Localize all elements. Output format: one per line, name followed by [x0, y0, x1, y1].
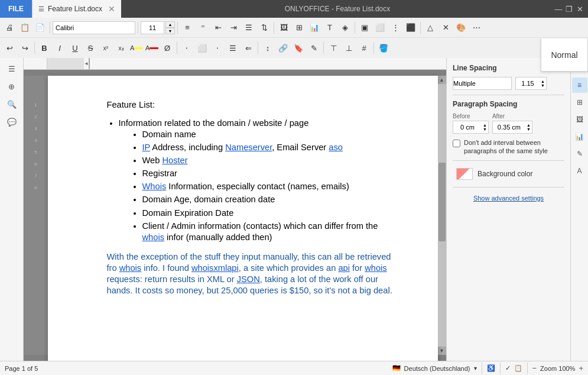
zoom-out-button[interactable]: − — [532, 364, 537, 373]
shapes-button[interactable]: △ — [423, 21, 437, 35]
after-up-btn[interactable]: ▲ — [525, 123, 532, 127]
text-art-icon-btn[interactable]: A — [572, 163, 587, 179]
underline-button[interactable]: U — [68, 41, 82, 55]
font-size-down-button[interactable]: ▼ — [165, 28, 175, 34]
vertical-scrollbar[interactable]: ▲ ▼ — [438, 76, 446, 355]
columns-button[interactable]: ⋮ — [388, 21, 402, 35]
page-break-button[interactable]: ⬛ — [404, 21, 418, 35]
background-color-button[interactable]: Background color — [453, 166, 564, 182]
subscript-button[interactable]: x₂ — [114, 41, 128, 55]
edit-header-button[interactable]: ⊤ — [326, 41, 340, 55]
after-down-btn[interactable]: ▼ — [525, 127, 532, 131]
multilist-button[interactable]: ☰ — [242, 21, 256, 35]
no-interval-checkbox[interactable] — [453, 140, 460, 147]
whois-link2[interactable]: whois — [142, 232, 164, 242]
edit-footer-button[interactable]: ⊥ — [342, 41, 356, 55]
table-settings-icon-btn[interactable]: ⊞ — [572, 95, 587, 110]
paint-bucket-button[interactable]: 🪣 — [376, 41, 391, 55]
insert-textbox-button[interactable]: T — [323, 21, 337, 35]
sidebar-search-btn[interactable]: 🔍 — [3, 96, 21, 112]
api-link[interactable]: api — [338, 263, 350, 273]
copy-style-button[interactable]: 📋 — [18, 21, 32, 35]
undo-button[interactable]: ↩ — [2, 41, 17, 55]
sort-button[interactable]: ⇅ — [257, 21, 271, 35]
more-button[interactable]: ⋯ — [469, 21, 483, 35]
bookmark-button[interactable]: 🔖 — [291, 41, 306, 55]
track-changes-button[interactable]: ✎ — [307, 41, 321, 55]
chart-icon-btn[interactable]: 📊 — [572, 129, 587, 144]
align-justify-button[interactable]: ☰ — [226, 41, 240, 55]
track-changes-status-button[interactable]: ✓ — [505, 364, 511, 372]
file-tab[interactable]: FILE — [0, 0, 32, 18]
whois-link1[interactable]: Whois — [142, 182, 167, 191]
color-schemes-button[interactable]: 🎨 — [454, 21, 468, 35]
sidebar-file-btn[interactable]: ☰ — [3, 60, 21, 77]
hyperlink-button[interactable]: 🔗 — [276, 41, 290, 55]
before-up-btn[interactable]: ▲ — [482, 123, 488, 127]
show-advanced-settings-link[interactable]: Show advanced settings — [453, 192, 564, 204]
font-size-up-button[interactable]: ▲ — [165, 21, 175, 28]
whoisxmlapi-link[interactable]: whoisxmlapi — [191, 263, 239, 273]
highlight-color-button[interactable]: A — [129, 41, 144, 55]
after-spacing-input[interactable] — [493, 121, 525, 133]
paste-button[interactable]: 📄 — [33, 21, 47, 35]
minimize-button[interactable]: — — [554, 4, 563, 14]
line-spacing-up-btn[interactable]: ▲ — [540, 79, 546, 83]
nameserver-link[interactable]: Nameserver — [225, 143, 272, 152]
doc-tab[interactable]: ☰ Feature List.docx ✕ — [32, 0, 121, 18]
superscript-button[interactable]: x² — [99, 41, 113, 55]
orientation-button[interactable]: ⬜ — [373, 21, 387, 35]
font-name-select[interactable]: Calibri — [53, 21, 135, 34]
page-area[interactable]: 12345678 Feature List: Information relat… — [24, 70, 446, 361]
line-spacing-down-btn[interactable]: ▼ — [540, 83, 546, 88]
signature-icon-btn[interactable]: ✎ — [572, 146, 587, 161]
margins-button[interactable]: ▣ — [358, 21, 372, 35]
line-spacing-button[interactable]: ↕ — [261, 41, 275, 55]
clear-format-button[interactable]: ✕ — [438, 21, 453, 35]
aso-link[interactable]: aso — [329, 143, 343, 152]
align-left-button[interactable]: ⬝ — [180, 41, 194, 55]
before-spacing-input[interactable] — [453, 121, 482, 133]
line-spacing-type-select[interactable]: Multiple — [453, 77, 512, 90]
hoster-link[interactable]: Hoster — [162, 156, 187, 165]
insert-table-button[interactable]: ⊞ — [292, 21, 306, 35]
json-link[interactable]: JSON — [237, 274, 260, 284]
close-button[interactable]: ✕ — [575, 4, 584, 14]
sidebar-location-btn[interactable]: ⊕ — [3, 78, 21, 95]
paragraph-panel-icon-btn[interactable]: ≡ — [572, 77, 587, 93]
strikethrough-button[interactable]: S — [83, 41, 98, 55]
whois-inline-link2[interactable]: whois — [365, 263, 386, 273]
line-spacing-value-input[interactable]: 1.15 — [516, 77, 540, 89]
language-label[interactable]: Deutsch (Deutschland) — [404, 365, 470, 372]
bold-button[interactable]: B — [37, 41, 51, 55]
language-dropdown-icon[interactable]: ▾ — [474, 365, 477, 371]
restore-button[interactable]: ❐ — [564, 4, 574, 14]
list-ordered-button[interactable]: ⁼ — [196, 21, 210, 35]
before-down-btn[interactable]: ▼ — [482, 127, 488, 131]
page-number-button[interactable]: # — [357, 41, 371, 55]
redo-button[interactable]: ↪ — [18, 41, 32, 55]
insert-smartart-button[interactable]: ◈ — [338, 21, 352, 35]
zoom-in-button[interactable]: + — [579, 364, 583, 373]
font-color-button[interactable]: A — [145, 41, 159, 55]
normal-style-badge[interactable]: Normal — [541, 38, 588, 72]
align-right-button[interactable]: ⬝ — [210, 41, 225, 55]
image-settings-icon-btn[interactable]: 🖼 — [572, 112, 587, 127]
italic-button[interactable]: I — [53, 41, 67, 55]
font-size-input[interactable]: 11 — [141, 21, 164, 34]
close-tab-icon[interactable]: ✕ — [108, 4, 115, 14]
accessibility-button[interactable]: ♿ — [487, 364, 495, 372]
insert-image-button[interactable]: 🖼 — [277, 21, 291, 35]
insert-chart-button[interactable]: 📊 — [307, 21, 321, 35]
clear-style-button[interactable]: Ø — [160, 41, 174, 55]
rtl-button[interactable]: ⇐ — [241, 41, 255, 55]
ip-link[interactable]: IP — [142, 143, 151, 152]
align-center-button[interactable]: ⬜ — [195, 41, 209, 55]
sidebar-comment-btn[interactable]: 💬 — [3, 114, 21, 130]
indent-button[interactable]: ⇥ — [226, 21, 241, 35]
list-unordered-button[interactable]: ≡ — [180, 21, 194, 35]
outdent-button[interactable]: ⇤ — [211, 21, 225, 35]
print-button[interactable]: 🖨 — [2, 21, 17, 35]
review-button[interactable]: 📋 — [514, 364, 522, 372]
whois-inline-link[interactable]: whois — [119, 263, 141, 273]
